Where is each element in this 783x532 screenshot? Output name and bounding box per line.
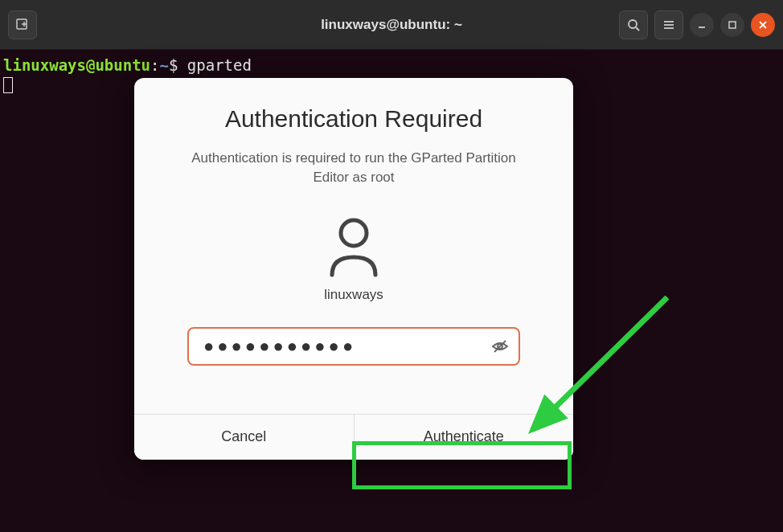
eye-slash-icon <box>491 338 509 355</box>
titlebar-right <box>619 10 775 39</box>
authentication-dialog: Authentication Required Authentication i… <box>134 78 573 460</box>
svg-point-12 <box>341 220 367 246</box>
authenticate-button[interactable]: Authenticate <box>355 415 574 460</box>
svg-rect-9 <box>729 22 736 28</box>
new-tab-button[interactable] <box>8 10 37 39</box>
close-button[interactable] <box>751 13 775 37</box>
window-title: linuxways@ubuntu: ~ <box>321 17 462 33</box>
password-input[interactable] <box>187 327 520 366</box>
user-avatar-icon <box>326 219 382 276</box>
toggle-password-visibility-button[interactable] <box>491 338 509 355</box>
minimize-button[interactable] <box>690 13 714 37</box>
hamburger-menu-button[interactable] <box>654 10 683 39</box>
terminal-line: linuxways@ubuntu:~$ gparted <box>3 56 780 74</box>
terminal-colon: : <box>150 56 159 74</box>
maximize-icon <box>728 20 737 30</box>
new-tab-icon <box>15 18 30 32</box>
terminal-prompt: $ <box>169 56 178 74</box>
dialog-subtitle: Authentication is required to run the GP… <box>166 149 541 187</box>
search-icon <box>626 18 641 32</box>
close-icon <box>758 20 768 30</box>
dialog-title: Authentication Required <box>166 105 541 133</box>
terminal-command: gparted <box>187 56 252 74</box>
hamburger-icon <box>662 18 676 32</box>
minimize-icon <box>697 20 707 30</box>
password-field-wrap <box>187 327 520 366</box>
maximize-button[interactable] <box>720 13 744 37</box>
terminal-cursor <box>3 77 13 93</box>
titlebar-left <box>8 10 37 39</box>
dialog-actions: Cancel Authenticate <box>134 414 573 460</box>
cancel-button[interactable]: Cancel <box>134 415 355 460</box>
search-button[interactable] <box>619 10 648 39</box>
svg-point-3 <box>629 20 637 28</box>
window-titlebar: linuxways@ubuntu: ~ <box>0 0 783 50</box>
dialog-username: linuxways <box>166 287 541 303</box>
dialog-body: Authentication Required Authentication i… <box>134 78 573 414</box>
svg-line-4 <box>636 27 639 31</box>
terminal-user-host: linuxways@ubuntu <box>3 56 150 74</box>
terminal-path: ~ <box>159 56 168 74</box>
